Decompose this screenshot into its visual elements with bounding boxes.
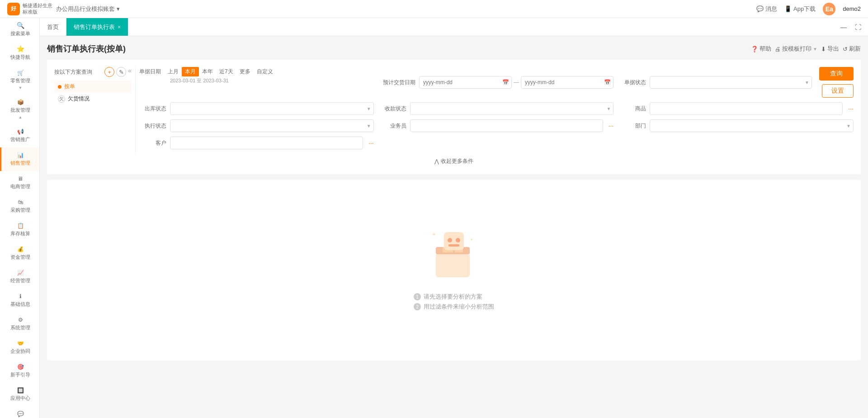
date-tab-last-month[interactable]: 上月 xyxy=(165,67,182,76)
sidebar-guide-label: 新手引导 xyxy=(10,371,30,378)
add-icon: + xyxy=(108,69,111,76)
salesman-more-icon[interactable]: ··· xyxy=(609,122,614,129)
sidebar-item-cooperation[interactable]: 🤝 企业协同 xyxy=(0,336,39,359)
customer-more-icon[interactable]: ··· xyxy=(368,139,374,147)
print-chevron-icon: ▼ xyxy=(813,47,817,52)
expected-date-start-input[interactable] xyxy=(419,76,512,89)
filter-execute-field: 执行状态 ▼ xyxy=(139,119,374,132)
execute-select[interactable] xyxy=(170,119,374,132)
tab-home[interactable]: 首页 xyxy=(40,18,66,36)
wholesale-icon: 📦 xyxy=(17,99,24,105)
top-bar: 好 畅捷通好生意 标准版 办公用品行业模拟账套 ▾ 💬 消息 📱 App下载 E… xyxy=(0,0,868,18)
sidebar-marketing-label: 营销推广 xyxy=(10,136,30,143)
date-tab-custom[interactable]: 自定义 xyxy=(254,67,276,76)
filter-goods-field: 商品 ··· xyxy=(619,102,854,115)
execute-select-wrap: ▼ xyxy=(170,119,374,132)
edit-scheme-button[interactable]: ✎ xyxy=(116,67,126,77)
sidebar-item-base-info[interactable]: ℹ 基础信息 xyxy=(0,289,39,312)
sidebar-purchase-label: 采购管理 xyxy=(10,207,30,214)
date-tab-this-month[interactable]: 本月 xyxy=(182,67,199,76)
dept-select[interactable] xyxy=(650,119,854,132)
empty-hints: 1 请先选择要分析的方案 2 用过滤条件来缩小分析范围 xyxy=(414,293,494,313)
date-range-wrap: 📅 — 📅 xyxy=(419,76,614,89)
collapse-scheme-button[interactable]: « xyxy=(128,67,132,77)
settings-button[interactable]: 设置 xyxy=(822,84,854,98)
filter-fields: 单据日期 上月 本月 本年 近7天 更多 自定义 xyxy=(139,67,854,154)
collapse-button[interactable]: ⋀ 收起更多条件 xyxy=(429,156,479,167)
scheme-owe-dot: 欠 xyxy=(58,95,65,103)
sidebar-item-guide[interactable]: 🎯 新手引导 xyxy=(0,359,39,383)
chevron-up-icon: ▲ xyxy=(19,115,23,119)
tab-maximize-button[interactable]: ⛶ xyxy=(852,21,864,33)
sidebar-item-ecommerce[interactable]: 🖥 电商管理 xyxy=(0,171,39,195)
sidebar-item-sales[interactable]: 📊 销售管理 xyxy=(0,147,39,171)
scheme-item-press[interactable]: 按单 xyxy=(54,81,132,93)
sidebar-management-label: 经营管理 xyxy=(10,277,30,284)
expected-date-end-input[interactable] xyxy=(521,76,613,89)
filter-panel: 按以下方案查询 + ✎ « xyxy=(47,60,861,174)
sidebar-inventory-label: 库存核算 xyxy=(10,230,30,237)
empty-svg: ✦ ✦ xyxy=(427,228,481,282)
export-button[interactable]: ⬇ 导出 xyxy=(821,45,839,53)
sidebar-item-inventory[interactable]: 📋 库存核算 xyxy=(0,218,39,242)
sidebar: 🔍 搜索菜单 ⭐ 快捷导航 🛒 零售管理 ▼ 📦 批发管理 ▲ 📢 营销推广 📊… xyxy=(0,18,40,418)
scheme-item-owe[interactable]: 欠 欠货情况 xyxy=(54,93,132,105)
avatar[interactable]: Ea xyxy=(823,3,835,15)
goods-label: 商品 xyxy=(619,105,646,113)
goods-more-icon[interactable]: ··· xyxy=(848,105,854,112)
breadcrumb[interactable]: 办公用品行业模拟账套 ▾ xyxy=(56,5,120,13)
username-label: demo2 xyxy=(843,5,861,12)
base-info-icon: ℹ xyxy=(19,293,22,299)
expected-date-label: 预计交货日期 xyxy=(379,79,415,86)
sidebar-item-wholesale[interactable]: 📦 批发管理 ▲ xyxy=(0,95,39,124)
customer-input[interactable] xyxy=(170,137,363,149)
help-button[interactable]: ❓ 帮助 xyxy=(751,45,771,53)
sidebar-shortcut[interactable]: ⭐ 快捷导航 xyxy=(0,41,39,65)
date-tab-group: 上月 本月 本年 近7天 更多 自定义 xyxy=(165,67,276,76)
date-tab-this-year[interactable]: 本年 xyxy=(199,67,216,76)
sidebar-item-app-center[interactable]: 🔲 应用中心 xyxy=(0,383,39,406)
sidebar-search[interactable]: 🔍 搜索菜单 xyxy=(0,18,39,41)
date-tab-more[interactable]: 更多 xyxy=(236,67,254,76)
filter-row-3: 执行状态 ▼ 业务员 xyxy=(139,119,854,132)
sidebar-item-purchase[interactable]: 🛍 采购管理 xyxy=(0,195,39,218)
svg-text:✦: ✦ xyxy=(431,231,437,238)
add-scheme-button[interactable]: + xyxy=(104,67,114,77)
ecommerce-icon: 🖥 xyxy=(18,176,23,182)
logo-area: 好 畅捷通好生意 标准版 xyxy=(7,3,52,15)
sidebar-item-wechat[interactable]: 💬 企业微信 xyxy=(0,406,39,418)
sidebar-item-finance[interactable]: 💰 资金管理 xyxy=(0,242,39,265)
message-button[interactable]: 💬 消息 xyxy=(756,5,777,13)
tab-minimize-button[interactable]: — xyxy=(837,21,850,33)
cooperation-icon: 🤝 xyxy=(17,340,24,347)
maximize-icon: ⛶ xyxy=(855,24,861,31)
collection-select[interactable] xyxy=(410,102,614,115)
sidebar-shortcut-label: 快捷导航 xyxy=(10,54,30,61)
page-content: 销售订单执行表(按单) ❓ 帮助 🖨 按模板打印 ▼ ⬇ 导出 xyxy=(40,36,868,418)
svg-rect-0 xyxy=(436,252,470,277)
print-button[interactable]: 🖨 按模板打印 ▼ xyxy=(775,45,817,53)
app-download-button[interactable]: 📱 App下载 xyxy=(784,5,816,13)
refresh-button[interactable]: ↺ 刷新 xyxy=(843,45,861,53)
system-icon: ⚙ xyxy=(18,317,23,323)
date-tab-7days[interactable]: 近7天 xyxy=(216,67,236,76)
sidebar-item-management[interactable]: 📈 经营管理 xyxy=(0,265,39,289)
tab-close-button[interactable]: × xyxy=(118,24,121,30)
goods-input[interactable] xyxy=(650,102,843,115)
status-select[interactable] xyxy=(650,76,812,89)
query-button[interactable]: 查询 xyxy=(819,67,854,81)
filter-status-field: 单据状态 ▼ 查询 设置 xyxy=(619,67,854,98)
sidebar-item-system[interactable]: ⚙ 系统管理 xyxy=(0,312,39,336)
search-icon: 🔍 xyxy=(17,22,24,29)
sidebar-item-marketing[interactable]: 📢 营销推广 xyxy=(0,124,39,147)
date-range-text: 2023-03-01 至 2023-03-31 xyxy=(170,77,229,84)
tab-active[interactable]: 销售订单执行表 × xyxy=(66,18,128,36)
delivery-select[interactable] xyxy=(170,102,374,115)
filter-date-field: 单据日期 上月 本月 本年 近7天 更多 自定义 xyxy=(139,67,374,98)
sidebar-sales-label: 销售管理 xyxy=(10,160,30,166)
sidebar-item-retail[interactable]: 🛒 零售管理 ▼ xyxy=(0,65,39,95)
sidebar-app-center-label: 应用中心 xyxy=(10,395,30,402)
salesman-input[interactable] xyxy=(410,119,603,132)
scheme-actions: + ✎ « xyxy=(104,67,132,77)
sidebar-cooperation-label: 企业协同 xyxy=(10,348,30,355)
